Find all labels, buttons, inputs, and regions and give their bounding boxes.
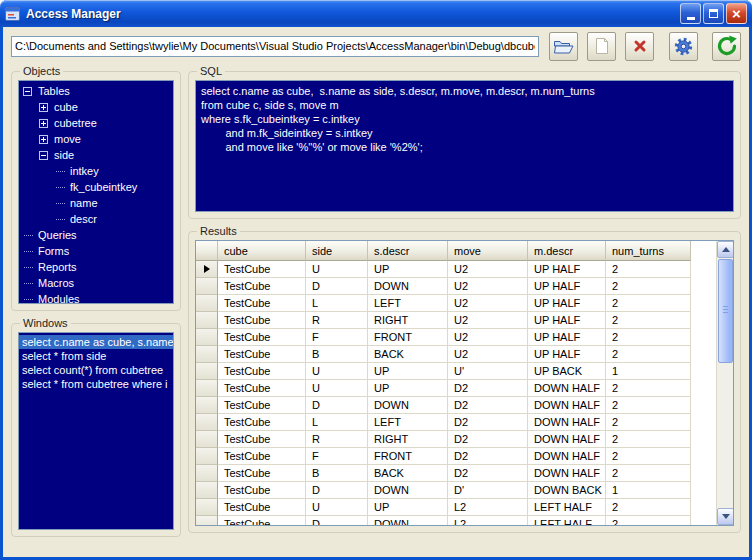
table-cell[interactable]: 2 [606, 397, 691, 414]
table-cell[interactable]: DOWN [368, 482, 448, 499]
table-cell[interactable]: 1 [606, 363, 691, 380]
table-cell[interactable]: LEFT HALF [528, 499, 606, 516]
table-row[interactable]: TestCubeDDOWNU2UP HALF2 [196, 278, 691, 295]
table-cell[interactable]: DOWN [368, 397, 448, 414]
table-row[interactable]: TestCubeUUPL2LEFT HALF2 [196, 499, 691, 516]
table-cell[interactable]: DOWN [368, 516, 448, 526]
table-cell[interactable]: DOWN [368, 278, 448, 295]
close-database-button[interactable] [625, 32, 654, 61]
table-row[interactable]: TestCubeDDOWND2DOWN HALF2 [196, 397, 691, 414]
table-cell[interactable]: UP HALF [528, 312, 606, 329]
table-cell[interactable]: UP HALF [528, 346, 606, 363]
table-cell[interactable]: U2 [448, 346, 528, 363]
table-cell[interactable]: U2 [448, 261, 528, 278]
table-cell[interactable]: 2 [606, 465, 691, 482]
table-cell[interactable]: B [306, 346, 368, 363]
table-cell[interactable]: DOWN HALF [528, 465, 606, 482]
table-cell[interactable]: UP [368, 261, 448, 278]
column-header-cube[interactable]: cube [218, 241, 306, 261]
table-row[interactable]: TestCubeUUPD2DOWN HALF2 [196, 380, 691, 397]
table-cell[interactable]: D2 [448, 380, 528, 397]
table-cell[interactable]: TestCube [218, 516, 306, 526]
table-cell[interactable]: 2 [606, 278, 691, 295]
table-cell[interactable]: B [306, 465, 368, 482]
table-cell[interactable]: TestCube [218, 482, 306, 499]
table-cell[interactable]: F [306, 448, 368, 465]
windows-list-item[interactable]: select * from cubetree where i [19, 377, 173, 391]
row-selector[interactable] [196, 482, 218, 499]
table-cell[interactable]: U [306, 380, 368, 397]
windows-list-item[interactable]: select count(*) from cubetree [19, 363, 173, 377]
row-selector[interactable] [196, 414, 218, 431]
table-cell[interactable]: D [306, 397, 368, 414]
tree-item-tables[interactable]: Tables [19, 83, 173, 99]
table-cell[interactable]: TestCube [218, 448, 306, 465]
table-cell[interactable]: DOWN HALF [528, 380, 606, 397]
table-cell[interactable]: 2 [606, 346, 691, 363]
titlebar[interactable]: Access Manager × [0, 0, 752, 27]
table-cell[interactable]: D [306, 516, 368, 526]
row-selector[interactable] [196, 363, 218, 380]
tree-item-fk-cubeintkey[interactable]: fk_cubeintkey [19, 179, 173, 195]
column-header-m-descr[interactable]: m.descr [528, 241, 606, 261]
table-cell[interactable]: FRONT [368, 329, 448, 346]
tree-item-cubetree[interactable]: cubetree [19, 115, 173, 131]
table-cell[interactable]: U2 [448, 329, 528, 346]
table-cell[interactable]: 2 [606, 431, 691, 448]
table-cell[interactable]: TestCube [218, 431, 306, 448]
table-cell[interactable]: 2 [606, 448, 691, 465]
table-cell[interactable]: 1 [606, 482, 691, 499]
table-cell[interactable]: R [306, 312, 368, 329]
windows-list-item[interactable]: select c.name as cube, s.name [19, 335, 173, 349]
table-cell[interactable]: TestCube [218, 329, 306, 346]
scroll-up-button[interactable] [717, 241, 734, 258]
table-cell[interactable]: DOWN HALF [528, 431, 606, 448]
collapse-icon[interactable] [23, 87, 32, 96]
table-cell[interactable]: DOWN HALF [528, 448, 606, 465]
row-selector[interactable] [196, 431, 218, 448]
column-header-s-descr[interactable]: s.descr [368, 241, 448, 261]
table-row[interactable]: TestCubeLLEFTD2DOWN HALF2 [196, 414, 691, 431]
sql-editor[interactable]: select c.name as cube, s.name as side, s… [195, 80, 734, 212]
row-selector[interactable] [196, 380, 218, 397]
scroll-down-button[interactable] [717, 508, 734, 525]
windows-list-item[interactable]: select * from side [19, 349, 173, 363]
expand-icon[interactable] [39, 103, 48, 112]
table-cell[interactable]: L2 [448, 499, 528, 516]
table-cell[interactable]: TestCube [218, 465, 306, 482]
windows-list[interactable]: select c.name as cube, s.nameselect * fr… [18, 332, 174, 530]
table-cell[interactable]: LEFT [368, 414, 448, 431]
column-header-side[interactable]: side [306, 241, 368, 261]
table-row[interactable]: TestCubeDDOWNL2LEFT HALF2 [196, 516, 691, 526]
row-selector[interactable] [196, 465, 218, 482]
table-cell[interactable]: UP BACK [528, 363, 606, 380]
table-cell[interactable]: U [306, 499, 368, 516]
table-cell[interactable]: 2 [606, 295, 691, 312]
table-cell[interactable]: TestCube [218, 380, 306, 397]
table-cell[interactable]: 2 [606, 414, 691, 431]
table-cell[interactable]: TestCube [218, 295, 306, 312]
table-row[interactable]: TestCubeRRIGHTD2DOWN HALF2 [196, 431, 691, 448]
table-cell[interactable]: UP HALF [528, 278, 606, 295]
table-cell[interactable]: UP HALF [528, 261, 606, 278]
table-cell[interactable]: D2 [448, 465, 528, 482]
tree-item-cube[interactable]: cube [19, 99, 173, 115]
table-cell[interactable]: LEFT HALF [528, 516, 606, 526]
table-cell[interactable]: U' [448, 363, 528, 380]
table-cell[interactable]: UP [368, 380, 448, 397]
table-cell[interactable]: DOWN HALF [528, 414, 606, 431]
row-selector[interactable] [196, 329, 218, 346]
table-row[interactable]: TestCubeUUPU'UP BACK1 [196, 363, 691, 380]
table-cell[interactable]: TestCube [218, 397, 306, 414]
table-cell[interactable]: L2 [448, 516, 528, 526]
table-cell[interactable]: R [306, 431, 368, 448]
tree-item-forms[interactable]: Forms [19, 243, 173, 259]
tree-item-side[interactable]: side [19, 147, 173, 163]
row-selector[interactable] [196, 346, 218, 363]
table-cell[interactable]: DOWN HALF [528, 397, 606, 414]
row-selector[interactable] [196, 397, 218, 414]
table-cell[interactable]: LEFT [368, 295, 448, 312]
scrollbar-thumb[interactable] [718, 259, 733, 363]
database-path-input[interactable] [11, 36, 539, 57]
table-row[interactable]: TestCubeBBACKD2DOWN HALF2 [196, 465, 691, 482]
